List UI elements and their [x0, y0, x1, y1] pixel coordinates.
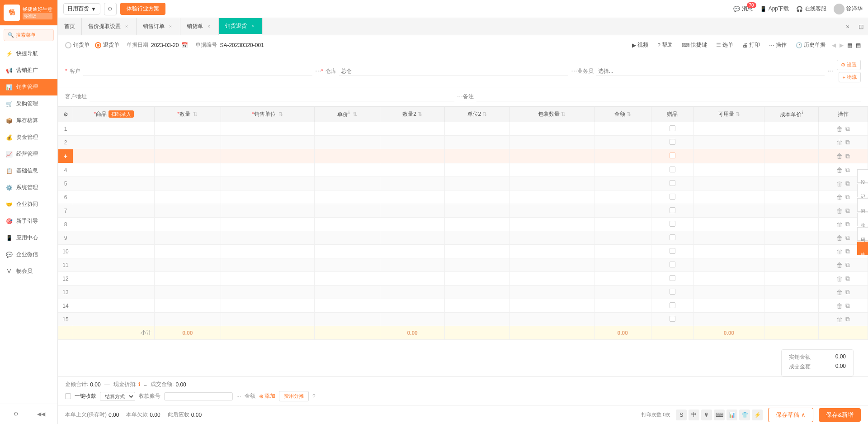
delete-icon-6[interactable]: 🗑 — [836, 194, 843, 201]
sidebar-search-button[interactable]: 🔍 搜索菜单 — [4, 29, 54, 41]
copy-icon-14[interactable]: ⧉ — [845, 302, 850, 310]
window-close-button[interactable]: × — [841, 18, 854, 35]
gift-checkbox-8[interactable] — [670, 221, 675, 227]
grid-view-icon[interactable]: ▦ — [847, 42, 852, 48]
gift-checkbox-3[interactable] — [670, 152, 675, 158]
copy-icon-10[interactable]: ⧉ — [845, 248, 850, 255]
right-btn-qr[interactable]: 码 — [857, 227, 868, 241]
gift-checkbox-12[interactable] — [670, 275, 675, 281]
shortcut-btn[interactable]: ⌨ 快捷键 — [679, 40, 710, 50]
one-click-checkbox[interactable] — [65, 393, 71, 399]
unit-price-sort-icon[interactable]: ⇅ — [353, 111, 357, 118]
sidebar-item-inventory[interactable]: 📦 库存核算 — [0, 112, 57, 129]
sidebar-settings-button[interactable]: ⚙ — [10, 408, 23, 420]
tab-home[interactable]: 首页 — [58, 18, 82, 35]
amount-sort-icon[interactable]: ⇅ — [627, 111, 631, 117]
delete-icon-4[interactable]: 🗑 — [836, 167, 843, 174]
copy-icon-1[interactable]: ⧉ — [845, 125, 850, 133]
product-input-3[interactable] — [76, 153, 151, 159]
right-btn-attach[interactable]: 附 — [857, 198, 868, 212]
delete-icon-7[interactable]: 🗑 — [836, 207, 843, 214]
sidebar-item-purchase[interactable]: 🛒 采购管理 — [0, 95, 57, 112]
right-btn-settings[interactable]: 设 — [857, 169, 868, 183]
tab-close-sale-order[interactable]: × — [167, 24, 174, 30]
sidebar-item-guide[interactable]: 🎯 新手引导 — [0, 213, 57, 229]
industry-select[interactable]: 日用百货 ▼ — [63, 3, 100, 14]
delete-icon-14[interactable]: 🗑 — [836, 302, 843, 310]
copy-icon-9[interactable]: ⧉ — [845, 234, 850, 242]
list-view-icon[interactable]: ▤ — [856, 42, 861, 48]
print-btn[interactable]: 🖨 打印 — [740, 40, 763, 50]
copy-icon-7[interactable]: ⧉ — [845, 207, 850, 214]
scan-button[interactable]: 扫码录入 — [108, 110, 134, 118]
address-select-button[interactable]: ··· — [457, 93, 463, 101]
fee-split-button[interactable]: 费用分摊 — [279, 391, 309, 401]
delete-icon-12[interactable]: 🗑 — [836, 275, 843, 282]
copy-icon-2[interactable]: ⧉ — [845, 138, 850, 146]
unit2-sort-icon[interactable]: ⇅ — [482, 111, 487, 117]
qty-sort-icon[interactable]: ⇅ — [193, 111, 198, 117]
gift-checkbox-13[interactable] — [670, 289, 675, 295]
delete-icon-3[interactable]: 🗑 — [836, 152, 843, 160]
footer-icon-5[interactable]: 📊 — [726, 410, 737, 420]
pack-qty-sort-icon[interactable]: ⇅ — [561, 111, 566, 117]
copy-icon-5[interactable]: ⧉ — [845, 180, 850, 187]
topbar-gear-button[interactable]: ⚙ — [104, 3, 117, 15]
copy-icon-6[interactable]: ⧉ — [845, 193, 850, 201]
gift-checkbox-14[interactable] — [670, 302, 675, 308]
tab-sale-delivery[interactable]: 销货单 × — [180, 18, 219, 35]
delete-icon-2[interactable]: 🗑 — [836, 139, 843, 146]
settlement-select[interactable]: 结算方式 — [100, 392, 135, 401]
delete-icon-13[interactable]: 🗑 — [836, 289, 843, 296]
save-new-button[interactable]: 保存&新增 — [819, 408, 861, 422]
gift-checkbox-10[interactable] — [670, 248, 675, 254]
right-btn-star[interactable]: 收 — [857, 213, 868, 226]
tab-close-sale-return[interactable]: × — [250, 23, 256, 29]
add-row-button[interactable]: + — [61, 152, 70, 161]
gift-checkbox-15[interactable] — [670, 316, 675, 322]
history-btn[interactable]: 🕐 历史单据 — [793, 40, 828, 50]
right-btn-highlight[interactable]: 核 — [857, 242, 868, 255]
sidebar-item-quick-nav[interactable]: ⚡ 快捷导航 — [0, 45, 57, 62]
tab-sale-order[interactable]: 销售订单 × — [137, 18, 180, 35]
gift-checkbox-2[interactable] — [670, 139, 675, 145]
window-maximize-button[interactable]: ⊡ — [854, 18, 868, 35]
calendar-icon[interactable]: 📅 — [181, 42, 188, 48]
tab-close-sale-setting[interactable]: × — [123, 24, 130, 30]
warehouse-input[interactable] — [339, 67, 568, 76]
delete-icon-8[interactable]: 🗑 — [836, 221, 843, 228]
footer-icon-7[interactable]: ⚡ — [752, 410, 763, 420]
available-sort-icon[interactable]: ⇅ — [736, 111, 740, 117]
radio-sale[interactable]: 销货单 — [65, 41, 90, 49]
delete-icon-1[interactable]: 🗑 — [836, 125, 843, 133]
add-payment-button[interactable]: ⊕ 添加 — [259, 392, 275, 400]
cash-discount-hint[interactable]: ℹ — [138, 381, 140, 387]
copy-icon-8[interactable]: ⧉ — [845, 220, 850, 228]
delete-icon-11[interactable]: 🗑 — [836, 262, 843, 269]
gift-checkbox-6[interactable] — [670, 194, 675, 200]
footer-icon-2[interactable]: 中 — [689, 410, 699, 420]
staff-input[interactable] — [596, 67, 825, 76]
copy-icon-13[interactable]: ⧉ — [845, 288, 850, 296]
sidebar-item-system[interactable]: ⚙️ 系统管理 — [0, 179, 57, 196]
gift-checkbox-9[interactable] — [670, 234, 675, 240]
online-service-button[interactable]: 🎧 在线客服 — [796, 5, 826, 13]
gift-checkbox-11[interactable] — [670, 262, 675, 267]
gift-checkbox-1[interactable] — [670, 125, 675, 131]
gift-checkbox-5[interactable] — [670, 180, 675, 186]
app-download-button[interactable]: 📱 App下载 — [760, 5, 789, 13]
experience-button[interactable]: 体验行业方案 — [120, 3, 165, 15]
delete-icon-15[interactable]: 🗑 — [836, 316, 843, 323]
footer-icon-4[interactable]: ⌨ — [714, 410, 725, 420]
copy-icon-3[interactable]: ⧉ — [845, 152, 850, 160]
sale-unit-sort-icon[interactable]: ⇅ — [278, 111, 283, 117]
copy-icon-4[interactable]: ⧉ — [845, 166, 850, 174]
sidebar-item-member[interactable]: V 畅会员 — [0, 263, 57, 280]
footer-icon-6[interactable]: 👕 — [739, 410, 750, 420]
help-btn[interactable]: ? 帮助 — [655, 40, 675, 50]
sidebar-item-wechat[interactable]: 💬 企业微信 — [0, 246, 57, 263]
delete-icon-5[interactable]: 🗑 — [836, 180, 843, 187]
tab-close-sale-delivery[interactable]: × — [206, 24, 212, 30]
fee-help-icon[interactable]: ? — [312, 393, 316, 400]
remark-input[interactable] — [476, 92, 861, 101]
